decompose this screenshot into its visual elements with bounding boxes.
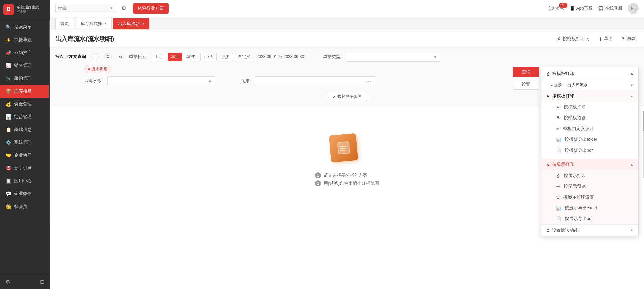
template-print-section[interactable]: 🖨 按模板打印 ▲ xyxy=(541,90,638,102)
set-default-icon: ⚙ xyxy=(546,228,550,233)
date-btn-last-month[interactable]: 上月 xyxy=(152,53,166,61)
tab-batch-account[interactable]: 库存批次账 × xyxy=(76,18,112,29)
current-badge-icon: ▸ xyxy=(551,83,553,88)
date-btn-this-year[interactable]: 本年 xyxy=(184,53,198,61)
sidebar-logo-info: 畅捷通好生意 标准版 xyxy=(17,5,39,14)
sidebar-item-operation[interactable]: 📊 经营管理 xyxy=(0,110,50,123)
print-action-btn[interactable]: 🖨 按模板打印 ∧ xyxy=(554,34,592,43)
settings-icon[interactable]: ⚙ xyxy=(5,279,10,285)
collapse-button[interactable]: ∧ 收起更多条件 xyxy=(327,92,367,101)
empty-icon-container xyxy=(330,134,364,168)
template-preview-item[interactable]: 👁 按模板预览 xyxy=(541,112,638,123)
sidebar-item-enterprise[interactable]: 🤝 企业协同 xyxy=(0,149,50,162)
display-print-section[interactable]: 🖨 按显示打印 ▲ xyxy=(541,159,638,170)
trial-button[interactable]: 体验行业方案 xyxy=(133,3,169,14)
refresh-action-btn[interactable]: ↻ 刷新 xyxy=(619,34,639,43)
doc-type-select[interactable]: ▼ xyxy=(346,52,440,62)
sidebar-item-marketing[interactable]: 📣 营销推广 xyxy=(0,46,50,59)
sidebar-item-inventory[interactable]: 📦 库存核算 xyxy=(0,85,50,98)
header-gear-icon[interactable]: ⚙ xyxy=(121,5,126,11)
sidebar-item-system[interactable]: ⚙️ 系统管理 xyxy=(0,136,50,149)
user-avatar[interactable]: Rit xyxy=(628,3,639,14)
template-design-item[interactable]: ✏ 模板自定义设计 xyxy=(541,123,638,134)
search-dropdown-icon: ▼ xyxy=(110,6,113,10)
date-filter-label: 单据日期 xyxy=(129,54,146,60)
filter-active-tag[interactable]: 流水明细 xyxy=(84,65,111,73)
display-print-item[interactable]: 🖨 按显示打印 xyxy=(541,170,638,181)
sidebar-item-app-center[interactable]: 🔲 应用中心 xyxy=(0,175,50,187)
set-default-row[interactable]: ⚙ 设置默认功能 ▼ xyxy=(541,224,638,236)
filter-setting-button[interactable]: ⚙ xyxy=(104,53,112,60)
biz-type-select[interactable]: ▼ xyxy=(107,76,215,86)
enterprise-wechat-icon: 💬 xyxy=(5,191,11,197)
date-btn-more[interactable]: 更多 xyxy=(219,53,233,61)
query-button[interactable]: 查询 xyxy=(513,67,539,77)
sidebar-item-member[interactable]: 👑 畅会员 xyxy=(0,200,50,213)
export-label: 导出 xyxy=(604,36,613,42)
hint-2-num: 2 xyxy=(315,180,321,186)
filter-collapse-button[interactable]: ≪ xyxy=(118,54,123,59)
sidebar-item-basic[interactable]: 📋 基础信息 xyxy=(0,123,50,136)
tab-flow[interactable]: 出入库流水 × xyxy=(113,18,149,29)
sidebar-item-quick-nav[interactable]: ⚡ 快捷导航 xyxy=(0,33,50,46)
sidebar-item-finance[interactable]: 💰 资金管理 xyxy=(0,98,50,110)
print-icon: 🖨 xyxy=(557,36,561,42)
header-right: 💬 消息 99+ 📱 App下载 🎧 在线客服 Rit xyxy=(549,3,639,14)
page-content: 出入库流水(流水明细) 🖨 按模板打印 ∧ ⬆ 导出 ↻ 刷新 xyxy=(50,30,644,289)
template-pdf-item[interactable]: 📄 按模板导出pdf xyxy=(541,145,638,156)
display-settings-item[interactable]: ⚙ 按显示打印设置 xyxy=(541,192,638,203)
display-settings-label: 按显示打印设置 xyxy=(563,194,594,200)
sidebar-item-purchase[interactable]: 🛒 采购管理 xyxy=(0,72,50,85)
sidebar-item-search[interactable]: 🔍 搜索菜单 xyxy=(0,21,50,33)
display-preview-item[interactable]: 👁 按显示预览 xyxy=(541,181,638,192)
setting-button[interactable]: 设置 xyxy=(513,79,539,90)
date-btn-custom[interactable]: 自定义 xyxy=(235,53,253,61)
sidebar-scrollbar-thumb[interactable] xyxy=(49,20,50,47)
export-action-btn[interactable]: ⬆ 导出 xyxy=(596,34,615,43)
collapse-sidebar-icon[interactable]: ⊟ xyxy=(40,279,45,285)
template-preview-icon: 👁 xyxy=(556,115,560,121)
app-download-label: App下载 xyxy=(576,5,593,11)
template-excel-item[interactable]: 📊 按模板导出excel xyxy=(541,134,638,145)
sidebar-item-guide[interactable]: 🎯 新手引导 xyxy=(0,162,50,175)
tab-home[interactable]: 首页 xyxy=(55,18,74,29)
query-btn-area: 查询 设置 xyxy=(513,67,539,90)
dropdown-divider xyxy=(541,157,638,157)
right-edge-thumb[interactable] xyxy=(643,111,644,131)
header-search-box[interactable]: ▼ xyxy=(55,4,116,13)
current-value-text: 出入库流水 xyxy=(567,82,588,88)
display-pdf-item[interactable]: 📄 按显示导出pdf xyxy=(541,213,638,224)
dropdown-collapse-icon[interactable]: ∧ xyxy=(630,71,634,76)
template-design-label: 模板自定义设计 xyxy=(563,126,594,132)
template-print-item-icon: 🖨 xyxy=(556,105,560,110)
right-edge-scrollbar[interactable] xyxy=(643,111,644,178)
sidebar-item-label: 库存核算 xyxy=(14,88,32,94)
sidebar-item-sales[interactable]: 📈 销售管理 xyxy=(0,59,50,72)
display-preview-label: 按显示预览 xyxy=(564,183,586,189)
online-service-item[interactable]: 🎧 在线客服 xyxy=(598,5,622,11)
display-preview-icon: 👁 xyxy=(556,184,560,189)
message-item[interactable]: 💬 消息 99+ xyxy=(549,5,564,11)
app-download-item[interactable]: 📱 App下载 xyxy=(569,5,593,11)
sales-icon: 📈 xyxy=(5,62,11,69)
display-print-item-label: 按显示打印 xyxy=(564,173,586,179)
sidebar-item-enterprise-wechat[interactable]: 💬 企业微信 xyxy=(0,187,50,200)
warehouse-more-icon[interactable]: ··· xyxy=(364,78,373,84)
filter-add-button[interactable]: + xyxy=(91,53,99,60)
header-search-input[interactable] xyxy=(58,6,110,11)
display-excel-item[interactable]: 📊 按显示导出excel xyxy=(541,203,638,213)
tab-batch-account-close[interactable]: × xyxy=(105,22,107,26)
tab-flow-close[interactable]: × xyxy=(142,22,144,26)
empty-hints: 1 请先选择要分析的方案 2 用[过滤]条件来缩小分析范围 xyxy=(315,172,379,186)
date-btn-this-month[interactable]: 本月 xyxy=(168,53,182,61)
filter-tag-label: 流水明细 xyxy=(91,66,108,72)
current-label-text: 当前： xyxy=(554,82,566,88)
display-settings-icon: ⚙ xyxy=(556,195,560,200)
date-btn-7days[interactable]: 近7天 xyxy=(200,53,217,61)
refresh-label: 刷新 xyxy=(627,36,636,42)
warehouse-select[interactable]: ··· xyxy=(255,76,376,86)
sidebar-logo: B 畅捷通好生意 标准版 xyxy=(0,0,50,19)
template-print-item[interactable]: 🖨 按模板打印 xyxy=(541,102,638,112)
filter-tag-dot xyxy=(88,68,90,70)
template-print-label: 按模板打印 xyxy=(552,93,574,99)
